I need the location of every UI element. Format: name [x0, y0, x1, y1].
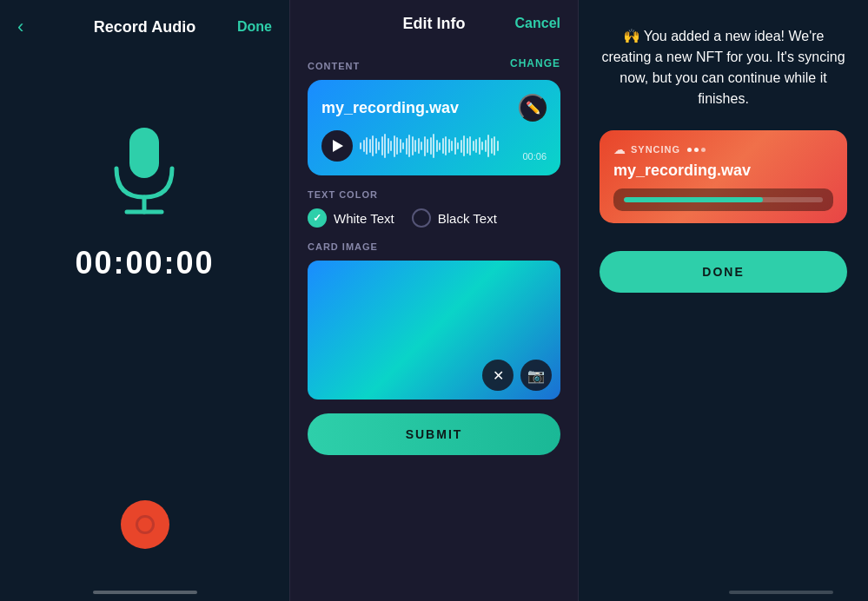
syncing-dots — [687, 148, 706, 152]
edit-info-panel: Edit Info Cancel CONTENT CHANGE my_recor… — [289, 0, 579, 601]
mic-area: 00:00:00 — [75, 123, 214, 281]
white-text-label: White Text — [334, 211, 394, 226]
play-button[interactable] — [321, 130, 353, 162]
card-image-label: CARD IMAGE — [308, 241, 560, 252]
nft-filename: my_recording.wav — [613, 162, 833, 180]
bottom-indicator — [729, 591, 833, 594]
card-image-container: ✕ 📷 — [308, 261, 560, 400]
audio-player: 00:06 — [321, 130, 547, 162]
white-text-option[interactable]: ✓ White Text — [308, 208, 394, 228]
dot-2 — [694, 148, 699, 152]
dot-3 — [701, 148, 706, 152]
text-color-options: ✓ White Text Black Text — [308, 208, 560, 228]
audio-card-header: my_recording.wav ✏️ — [321, 94, 547, 122]
audio-duration: 00:06 — [522, 151, 547, 162]
checkmark-icon: ✓ — [313, 212, 321, 224]
back-button[interactable]: ‹ — [17, 16, 23, 38]
svg-rect-0 — [129, 128, 159, 178]
black-text-label: Black Text — [438, 211, 497, 226]
microphone-icon — [101, 123, 188, 219]
edit-top-bar: Edit Info Cancel — [290, 0, 578, 47]
done-button[interactable]: DONE — [600, 251, 847, 293]
nft-card-inner: ☁ SYNCING my_recording.wav — [600, 130, 847, 223]
black-text-check — [412, 208, 431, 228]
syncing-label: SYNCING — [631, 144, 680, 155]
waveform — [360, 133, 515, 159]
record-title: Record Audio — [94, 18, 195, 36]
camera-button[interactable]: 📷 — [520, 360, 552, 391]
nft-card: ☁ SYNCING my_recording.wav — [600, 130, 847, 223]
success-panel: 🙌 You added a new idea! We're creating a… — [579, 0, 868, 601]
record-button-area — [121, 500, 169, 549]
record-audio-panel: ‹ Record Audio Done 00:00:00 — [0, 0, 289, 601]
dot-1 — [687, 148, 692, 152]
record-start-button[interactable] — [121, 500, 169, 549]
play-icon — [333, 140, 343, 152]
cancel-button[interactable]: Cancel — [515, 16, 560, 31]
text-color-label: TEXT COLOR — [308, 189, 560, 200]
card-image-actions: ✕ 📷 — [482, 360, 552, 391]
content-label: CONTENT — [308, 61, 360, 71]
record-timer: 00:00:00 — [75, 245, 214, 281]
progress-fill — [624, 197, 763, 202]
remove-image-button[interactable]: ✕ — [482, 360, 514, 391]
syncing-row: ☁ SYNCING — [613, 142, 833, 156]
submit-button[interactable]: SUBMIT — [308, 413, 560, 455]
content-header: CONTENT CHANGE — [308, 47, 560, 80]
edit-content-scroll: CONTENT CHANGE my_recording.wav ✏️ — [290, 47, 578, 601]
change-button[interactable]: CHANGE — [510, 57, 560, 69]
bottom-indicator — [93, 591, 197, 594]
black-text-option[interactable]: Black Text — [412, 208, 497, 228]
edit-filename-button[interactable]: ✏️ — [519, 94, 547, 122]
nft-progress-container — [613, 188, 833, 211]
edit-title: Edit Info — [403, 15, 466, 33]
progress-track — [624, 197, 823, 202]
audio-card: my_recording.wav ✏️ — [308, 80, 560, 175]
audio-filename: my_recording.wav — [321, 99, 459, 117]
cloud-icon: ☁ — [613, 142, 626, 156]
success-message: 🙌 You added a new idea! We're creating a… — [600, 26, 847, 109]
record-btn-inner — [136, 515, 155, 534]
white-text-check: ✓ — [308, 208, 327, 228]
record-done-button[interactable]: Done — [237, 19, 272, 35]
record-top-bar: ‹ Record Audio Done — [0, 0, 289, 54]
